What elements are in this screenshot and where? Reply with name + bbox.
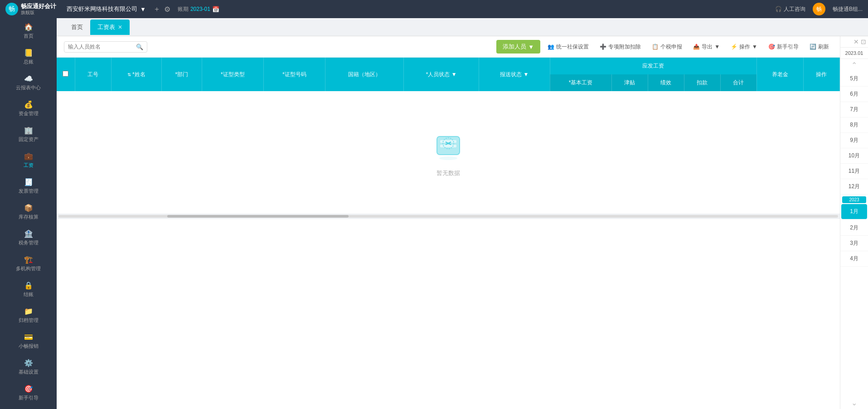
sidebar: 🏠首页📒总账☁️云报表中心💰资金管理🏢固定资产💼工资🧾发票管理📦库存核算🏦税务管… [0,18,57,409]
salary-table: 工号 ⇅ *姓名 *部门 *证型类型 *证型号码 国籍（地区） *人员状态 ▼ [57,58,840,91]
svg-rect-1 [440,140,456,143]
period-value[interactable]: 2023-01 [190,6,210,12]
table-header-row-1: 工号 ⇅ *姓名 *部门 *证型类型 *证型号码 国籍（地区） *人员状态 ▼ [57,58,840,74]
guide-action[interactable]: 🎯 新手引导 [765,41,802,53]
tax-report-action[interactable]: 📋 个税申报 [648,41,686,53]
empty-text: 暂无数据 [436,169,460,177]
month-item-1[interactable]: 1月 [841,204,867,219]
sidebar-item-ledger[interactable]: 📒总账 [0,44,57,70]
company-selector[interactable]: 西安虾米网络科技有限公司 ▼ [67,5,146,13]
sidebar-item-multi[interactable]: 🏗️多机构管理 [0,251,57,277]
fund-icon: 💰 [24,100,33,109]
scroll-down-button[interactable]: ⌄ [840,397,868,409]
th-name: ⇅ *姓名 [111,58,161,91]
guide-icon: 🎯 [768,44,775,50]
tab-salary-table[interactable]: 工资表 ✕ [90,19,130,35]
sidebar-item-report[interactable]: ☁️云报表中心 [0,70,57,96]
sidebar-item-tax[interactable]: 🏦税务管理 [0,225,57,251]
header-actions: ＋ ⚙ [153,5,170,14]
svg-point-6 [439,156,457,160]
support-button[interactable]: 🎧 人工咨询 [775,5,805,13]
th-report-status: 报送状态 ▼ [479,58,550,91]
expense-icon: 💳 [24,333,33,341]
sidebar-item-expense[interactable]: 💳小畅报销 [0,328,57,354]
th-salary-group: 应发工资 [550,58,756,74]
add-company-icon[interactable]: ＋ [153,5,160,14]
month-item-7[interactable]: 7月 [840,102,868,117]
panel-expand-icon[interactable]: ⊡ [861,38,866,45]
sidebar-label-inventory: 库存核算 [19,214,39,220]
month-item-3[interactable]: 3月 [840,236,868,251]
period-display: 2023.01 [840,48,868,59]
month-item-10[interactable]: 10月 [840,148,868,164]
export-label: 导出 [702,43,713,51]
asset-icon: 🏢 [24,126,33,135]
logo-area: 畅 畅应通好会计 旗舰版 [5,3,62,15]
sidebar-item-guide[interactable]: 🎯新手引导 [0,380,57,406]
operations-action[interactable]: ⚡ 操作 ▼ [727,41,761,53]
sidebar-label-salary: 工资 [24,162,34,169]
month-item-2[interactable]: 2月 [840,220,868,236]
search-icon[interactable]: 🔍 [136,44,143,50]
year-badge: 2023 [842,196,866,203]
th-number: 工号 [75,58,111,91]
refresh-action[interactable]: 🔄 刷新 [806,41,833,53]
guide-label: 新手引导 [777,43,799,51]
home-icon: 🏠 [24,23,33,31]
tax-icon: 🏦 [24,229,33,238]
checkbox-header[interactable] [57,58,75,91]
top-header: 畅 畅应通好会计 旗舰版 西安虾米网络科技有限公司 ▼ ＋ ⚙ 账期 2023-… [0,0,868,18]
th-performance: 绩效 [648,74,684,91]
operations-chevron-icon: ▼ [752,44,757,50]
sidebar-label-ledger: 总账 [24,58,34,65]
close-icon: 🔒 [24,281,33,290]
add-person-button[interactable]: 添加人员 ▼ [496,40,540,54]
sidebar-item-home[interactable]: 🏠首页 [0,18,57,44]
month-item-9[interactable]: 9月 [840,133,868,148]
select-all-checkbox[interactable] [63,71,68,77]
th-base-salary: *基本工资 [550,74,611,91]
user-name[interactable]: 畅捷通B组... [833,5,863,13]
app-name: 畅应通好会计 [21,3,56,10]
user-avatar: 畅 [813,3,825,15]
sidebar-item-asset[interactable]: 🏢固定资产 [0,122,57,147]
deduction-label: 专项附加扣除 [608,43,641,51]
month-item-5[interactable]: 5月 [840,71,868,87]
settings-icon[interactable]: ⚙ [164,5,170,14]
report-filter-icon[interactable]: ▼ [524,71,529,78]
calendar-icon[interactable]: 📅 [212,6,219,13]
deduction-action[interactable]: ➕ 专项附加扣除 [596,41,645,53]
export-icon: 📤 [693,44,700,50]
panel-close-icon[interactable]: ✕ [853,38,859,45]
report-icon: ☁️ [24,74,33,83]
support-label: 人工咨询 [784,5,805,13]
tab-home-label: 首页 [71,24,83,30]
tab-close-icon[interactable]: ✕ [118,24,122,30]
month-item-4[interactable]: 4月 [840,251,868,267]
sidebar-item-salary[interactable]: 💼工资 [0,147,57,173]
tab-home[interactable]: 首页 [64,19,90,35]
sidebar-item-settings[interactable]: ⚙️基础设置 [0,354,57,380]
th-department: *部门 [161,58,202,91]
sidebar-label-invoice: 发票管理 [19,188,39,195]
sidebar-item-archive[interactable]: 📁归档管理 [0,302,57,328]
search-input[interactable] [68,44,136,50]
social-security-action[interactable]: 👥 统一社保设置 [544,41,592,53]
month-item-6[interactable]: 6月 [840,87,868,102]
status-filter-icon[interactable]: ▼ [451,71,457,78]
sidebar-item-member[interactable]: 👑畅会员 [0,406,57,409]
export-action[interactable]: 📤 导出 ▼ [689,41,723,53]
scroll-up-button[interactable]: ⌃ [840,59,868,71]
month-item-12[interactable]: 12月 [840,179,868,195]
scroll-track[interactable] [58,215,838,218]
sidebar-item-inventory[interactable]: 📦库存核算 [0,199,57,225]
month-item-11[interactable]: 11月 [840,164,868,179]
th-pension: 养老金 [756,58,803,91]
sidebar-label-settings: 基础设置 [19,369,39,375]
sidebar-item-invoice[interactable]: 🧾发票管理 [0,173,57,199]
th-status: *人员状态 ▼ [404,58,479,91]
sidebar-item-fund[interactable]: 💰资金管理 [0,96,57,122]
scroll-thumb[interactable] [167,215,349,218]
sidebar-item-close[interactable]: 🔒结账 [0,277,57,302]
month-item-8[interactable]: 8月 [840,117,868,133]
